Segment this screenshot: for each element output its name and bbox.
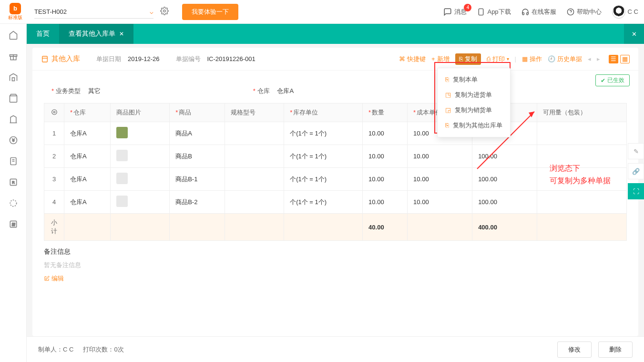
tab-home[interactable]: 首页 xyxy=(27,24,59,44)
money-icon[interactable]: ¥ xyxy=(9,135,18,145)
col-gear[interactable] xyxy=(44,103,64,122)
app-download-label: App下载 xyxy=(487,8,511,16)
org-selector[interactable]: TEST-H002 ⌵ xyxy=(34,5,153,19)
edit-icon xyxy=(44,276,50,281)
creator-value: C C xyxy=(63,346,73,353)
rail-expand-icon[interactable]: ⛶ xyxy=(628,183,644,199)
building-icon[interactable] xyxy=(9,114,18,124)
tab-view-other-in[interactable]: 查看其他入库单 ✕ xyxy=(59,24,133,44)
print-button[interactable]: ⎙打印▾ xyxy=(487,55,509,63)
close-all-tabs-button[interactable]: ✕ xyxy=(624,24,644,44)
table-row[interactable]: 2 仓库A 商品B 个(1个 = 1个) 10.00 10.00 100.00 xyxy=(44,145,627,168)
shortcut-button[interactable]: ⌘快捷键 xyxy=(399,55,426,63)
headset-icon xyxy=(521,8,529,16)
row-spec xyxy=(225,168,284,191)
report-icon[interactable]: R xyxy=(9,177,18,187)
product-image-icon xyxy=(116,150,128,161)
warehouse-field: *仓库 仓库A xyxy=(253,87,294,95)
table-header-row: *仓库 商品图片 *商品 规格型号 *库存单位 *数量 *成本单价 *成本金额 … xyxy=(44,103,627,122)
other-out-icon: ⎘ xyxy=(445,122,449,129)
header-right: 消息 4 App下载 在线客服 帮助中心 C C xyxy=(443,5,638,19)
refresh-icon[interactable] xyxy=(9,198,18,208)
operate-button[interactable]: ▦操作 xyxy=(522,55,542,63)
modify-button[interactable]: 修改 xyxy=(557,341,592,358)
view-toggle: ☰ ▦ xyxy=(609,55,630,63)
copy-purchase-item[interactable]: ◳复制为进货单 xyxy=(438,87,510,103)
svg-point-0 xyxy=(164,10,166,12)
date-label: 单据日期 xyxy=(96,55,121,63)
card-actions: ⌘快捷键 +新增 ⎘复制 ⎙打印▾ | ▦操作 🕘历史单据 ◂ ▸ ☰ ▦ xyxy=(399,53,630,65)
online-service-button[interactable]: 在线客服 xyxy=(521,8,556,16)
chevron-down-icon: ▾ xyxy=(507,56,509,62)
sales-icon: ◲ xyxy=(445,106,451,114)
rail-link-icon[interactable]: 🔗 xyxy=(628,163,644,179)
settings-icon[interactable] xyxy=(160,7,169,17)
doc-body: *业务类型 其它 *仓库 仓库A *仓库 xyxy=(32,71,638,336)
svg-rect-20 xyxy=(42,56,48,62)
row-available xyxy=(537,145,627,168)
tab-home-label: 首页 xyxy=(36,30,50,38)
trial-button[interactable]: 我要体验一下 xyxy=(182,4,238,20)
copy-button[interactable]: ⎘复制 xyxy=(455,53,481,65)
subtotal-amount: 400.00 xyxy=(472,214,537,241)
col-qty: *数量 xyxy=(363,103,408,122)
delete-button[interactable]: 删除 xyxy=(598,341,633,358)
prev-icon[interactable]: ◂ xyxy=(588,55,591,62)
logo[interactable]: b 标准版 xyxy=(6,3,25,21)
date-value: 2019-12-26 xyxy=(128,55,160,62)
phone-icon xyxy=(477,8,485,16)
row-unit-cost: 10.00 xyxy=(408,145,472,168)
table-row[interactable]: 3 仓库A 商品B-1 个(1个 = 1个) 10.00 10.00 100.0… xyxy=(44,168,627,191)
edit-remark-button[interactable]: 编辑 xyxy=(44,274,64,283)
row-product: 商品B xyxy=(170,145,225,168)
product-image-icon xyxy=(116,196,128,207)
document-card: 其他入库 单据日期 2019-12-26 单据编号 IC-20191226-00… xyxy=(32,48,638,336)
row-warehouse: 仓库A xyxy=(64,168,111,191)
new-button[interactable]: +新增 xyxy=(431,55,450,63)
card-header: 其他入库 单据日期 2019-12-26 单据编号 IC-20191226-00… xyxy=(32,48,638,71)
help-center-button[interactable]: 帮助中心 xyxy=(567,8,602,16)
rail-note-icon[interactable]: ✎ xyxy=(628,143,644,159)
user-menu[interactable]: C C xyxy=(612,5,638,19)
keyboard-icon: ⌘ xyxy=(399,55,405,62)
row-image xyxy=(110,168,170,191)
copy-doc-item[interactable]: ⎘复制本单 xyxy=(438,72,510,87)
no-value: IC-20191226-001 xyxy=(207,55,256,62)
list-view-toggle[interactable]: ☰ xyxy=(609,55,618,63)
row-qty: 10.00 xyxy=(363,168,408,191)
card-view-toggle[interactable]: ▦ xyxy=(620,55,630,63)
home-icon[interactable] xyxy=(9,31,18,40)
app-download-button[interactable]: App下载 xyxy=(477,8,511,16)
table-row[interactable]: 1 仓库A 商品A 个(1个 = 1个) 10.00 10.00 100.00 xyxy=(44,122,627,145)
copy-other-out-item[interactable]: ⎘复制为其他出库单 xyxy=(438,118,510,133)
history-button[interactable]: 🕘历史单据 xyxy=(548,55,582,63)
print-icon: ⎙ xyxy=(487,55,491,62)
org-name: TEST-H002 xyxy=(34,8,67,15)
row-image xyxy=(110,145,170,168)
messages-button[interactable]: 消息 4 xyxy=(443,8,467,16)
copy-sales-item[interactable]: ◲复制为销货单 xyxy=(438,103,510,118)
row-product: 商品B-1 xyxy=(170,168,225,191)
help-center-label: 帮助中心 xyxy=(577,8,602,16)
row-image xyxy=(110,122,170,145)
table-row[interactable]: 4 仓库A 商品B-2 个(1个 = 1个) 10.00 10.00 100.0… xyxy=(44,191,627,214)
svg-text:R: R xyxy=(12,180,15,185)
close-icon[interactable]: ✕ xyxy=(119,31,124,37)
row-unit: 个(1个 = 1个) xyxy=(284,168,363,191)
subtotal-label: 小计 xyxy=(44,214,64,241)
bag-icon[interactable] xyxy=(9,93,18,103)
new-icon[interactable]: 新 xyxy=(9,219,18,229)
gift-icon[interactable] xyxy=(9,52,18,61)
svg-rect-8 xyxy=(12,78,14,81)
tab-bar: 首页 查看其他入库单 ✕ ✕ xyxy=(27,24,644,44)
clipboard-icon[interactable] xyxy=(9,156,18,166)
print-count-value: 0次 xyxy=(114,345,123,354)
top-header: b 标准版 TEST-H002 ⌵ 我要体验一下 消息 4 App下载 在线客服… xyxy=(0,0,644,24)
product-image-icon xyxy=(116,173,128,184)
gear-icon xyxy=(51,109,58,115)
row-available xyxy=(537,191,627,214)
row-unit-cost: 10.00 xyxy=(408,191,472,214)
warehouse-icon[interactable] xyxy=(9,72,18,82)
next-icon[interactable]: ▸ xyxy=(597,55,600,62)
row-index: 4 xyxy=(44,191,64,214)
